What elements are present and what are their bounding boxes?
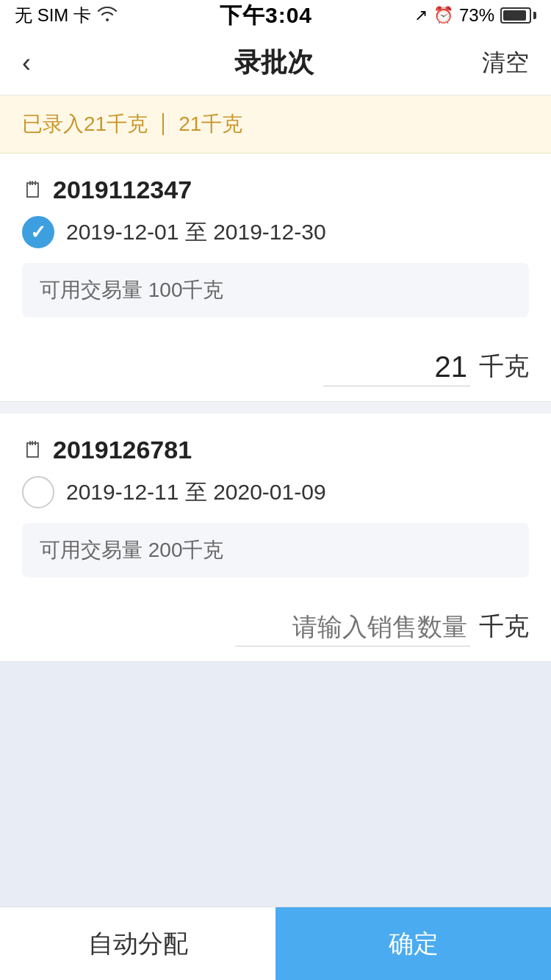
no-sim-label: 无 SIM 卡 xyxy=(15,4,91,27)
recorded-label: 已录入21千克 xyxy=(22,110,148,138)
batch-1-date: 2019-12-01 至 2019-12-30 xyxy=(66,217,326,248)
batch-2-unit: 千克 xyxy=(479,610,529,644)
page-title: 录批次 xyxy=(234,45,314,81)
recorded-value: 21千克 xyxy=(179,110,242,138)
batch-1-id: 2019112347 xyxy=(53,176,192,204)
batch-2-date-row: 2019-12-11 至 2020-01-09 xyxy=(22,476,529,508)
batch-2-header: 🗒 2019126781 xyxy=(22,436,529,464)
batch-2-qty-input[interactable] xyxy=(247,613,467,641)
time-display: 下午3:04 xyxy=(220,1,312,31)
location-icon: ↗ xyxy=(414,6,428,25)
nav-bar: ‹ 录批次 清空 xyxy=(0,31,551,96)
clear-button[interactable]: 清空 xyxy=(482,47,529,79)
qty-underline xyxy=(323,386,470,386)
batch-2-date: 2019-12-11 至 2020-01-09 xyxy=(66,478,326,508)
batch-2-radio[interactable] xyxy=(22,476,54,508)
status-bar: 无 SIM 卡 下午3:04 ↗ ⏰ 73% xyxy=(0,0,551,31)
batch-card-1: 🗒 2019112347 ✓ 2019-12-01 至 2019-12-30 可… xyxy=(0,154,551,332)
batch-1-icon: 🗒 xyxy=(22,178,44,203)
batch-2-input-row: 千克 xyxy=(0,592,551,662)
batch-1-radio[interactable]: ✓ xyxy=(22,216,54,248)
batch-1-qty-value: 21 xyxy=(435,350,468,383)
wifi-icon xyxy=(97,5,118,26)
alarm-icon: ⏰ xyxy=(433,6,453,25)
input-underline xyxy=(235,646,470,646)
back-button[interactable]: ‹ xyxy=(22,48,66,79)
confirm-button[interactable]: 确定 xyxy=(276,907,551,980)
status-right: ↗ ⏰ 73% xyxy=(414,5,536,26)
batch-2-id: 2019126781 xyxy=(53,436,192,464)
batch-1-header: 🗒 2019112347 xyxy=(22,176,529,204)
battery-pct: 73% xyxy=(459,5,494,26)
banner-divider xyxy=(162,113,164,135)
batch-1-avail: 可用交易量 100千克 xyxy=(22,263,529,317)
section-divider xyxy=(0,402,551,414)
batch-2-avail: 可用交易量 200千克 xyxy=(22,523,529,577)
batch-2-icon: 🗒 xyxy=(22,438,44,463)
bottom-bar: 自动分配 确定 xyxy=(0,907,551,980)
batch-1-qty-row: 21 千克 xyxy=(0,332,551,402)
status-left: 无 SIM 卡 xyxy=(15,4,118,27)
battery-icon xyxy=(500,7,536,24)
auto-distribute-button[interactable]: 自动分配 xyxy=(0,907,276,980)
info-banner: 已录入21千克 21千克 xyxy=(0,96,551,154)
batch-card-2: 🗒 2019126781 2019-12-11 至 2020-01-09 可用交… xyxy=(0,414,551,592)
batch-1-qty-unit: 千克 xyxy=(479,350,529,383)
check-icon: ✓ xyxy=(30,221,46,244)
batch-1-date-row: ✓ 2019-12-01 至 2019-12-30 xyxy=(22,216,529,248)
